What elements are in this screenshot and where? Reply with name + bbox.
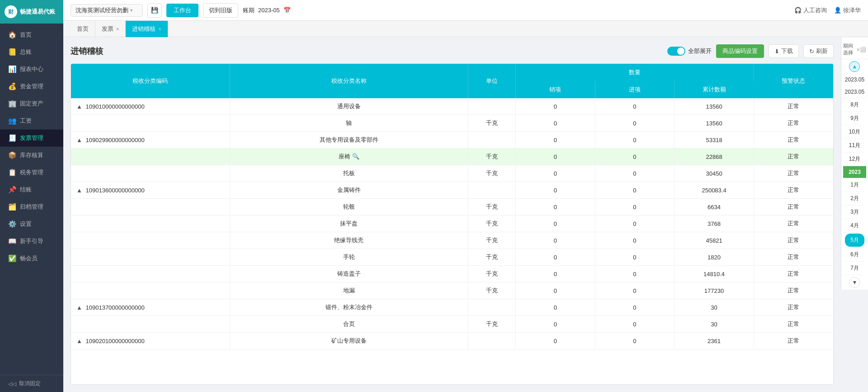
row-unit (468, 182, 515, 199)
cancel-pin-btn[interactable]: ◁◁ 取消固定 (0, 375, 63, 392)
period-month-item[interactable]: 1月 (843, 178, 866, 192)
save-icon: 💾 (151, 7, 158, 14)
row-total: 13560 (675, 98, 754, 115)
row-sales: 0 (516, 182, 595, 199)
period-month-item[interactable]: 9月 (843, 112, 866, 125)
product-code-button[interactable]: 商品编码设置 (716, 44, 764, 58)
row-code (71, 266, 230, 282)
period-year-header[interactable]: 2023.05 (843, 86, 866, 98)
workbench-button[interactable]: 工作台 (166, 4, 198, 17)
refresh-button[interactable]: ↻ 刷新 (803, 44, 834, 58)
row-unit: 千克 (468, 148, 515, 165)
row-purchase: 0 (595, 266, 675, 282)
collapse-icon[interactable]: ▲ (76, 187, 82, 194)
company-selector[interactable]: 沈海英测试经营勿删 ▾ (71, 4, 143, 17)
row-warning: 正常 (754, 333, 833, 349)
tab-home[interactable]: 首页 (71, 21, 95, 37)
row-code (71, 115, 230, 132)
period-month-item[interactable]: 12月 (843, 153, 866, 166)
row-sales: 0 (516, 115, 595, 132)
tab-reconcile[interactable]: 进销稽核× (126, 21, 168, 37)
row-code (71, 282, 230, 299)
tab-invoice[interactable]: 发票× (95, 21, 126, 37)
sidebar-item-invoice[interactable]: 🧾发票管理 (0, 129, 63, 147)
collapse-icon[interactable]: ▲ (76, 137, 82, 143)
user-menu[interactable]: 👤 徐泽华 (834, 6, 861, 14)
th-quantity-group: 数量 (516, 64, 754, 81)
collapse-icon[interactable]: ▲ (76, 338, 82, 344)
row-total: 30 (675, 316, 754, 333)
member-nav-icon: ✅ (8, 254, 16, 263)
sidebar-item-guide[interactable]: 📖新手引导 (0, 233, 63, 250)
tab-close-invoice[interactable]: × (116, 26, 119, 32)
period-down-btn[interactable]: ▼ (849, 277, 860, 288)
table-row: 抹平盘 千克 0 0 3768 正常 (71, 215, 833, 232)
sidebar-item-payroll[interactable]: 👥工资 (0, 112, 63, 129)
row-warning: 正常 (754, 232, 833, 249)
collapse-icon[interactable]: ▲ (76, 103, 82, 110)
row-sales: 0 (516, 98, 595, 115)
table-row: 地漏 千克 0 0 177230 正常 (71, 282, 833, 299)
sidebar-item-home[interactable]: 🏠首页 (0, 26, 63, 43)
sidebar-item-closing[interactable]: 📌结账 (0, 181, 63, 198)
toggle-expand-text: 全部展开 (688, 47, 712, 55)
th-purchase: 进项 (595, 81, 675, 98)
row-name: 地漏 (230, 282, 468, 299)
toggle-expand-switch[interactable] (667, 47, 685, 56)
period-year-header[interactable]: 2023.05 (843, 74, 866, 86)
period-month-item[interactable]: 5月 (845, 234, 864, 247)
period-month-item[interactable]: 3月 (843, 206, 866, 219)
period-month-item[interactable]: 7月 (843, 262, 866, 275)
company-chevron-icon: ▾ (130, 8, 132, 13)
sidebar-item-settings[interactable]: ⚙️设置 (0, 215, 63, 233)
row-sales: 0 (516, 215, 595, 232)
period-month-item[interactable]: 8月 (843, 98, 866, 112)
sidebar-item-tax[interactable]: 📋税务管理 (0, 164, 63, 181)
sidebar-item-ledger[interactable]: 📒总账 (0, 43, 63, 61)
panel-expand-icon[interactable]: ⬜ (860, 47, 866, 53)
sidebar-item-reports[interactable]: 📊报表中心 (0, 61, 63, 78)
settings-nav-icon: ⚙️ (8, 220, 16, 228)
period-month-item[interactable]: 4月 (843, 219, 866, 233)
period-month-item[interactable]: 6月 (843, 248, 866, 262)
sidebar-item-finance[interactable]: 💰资金管理 (0, 78, 63, 95)
assets-nav-icon: 🏢 (8, 100, 16, 108)
row-name: 金属铸件 (230, 182, 468, 199)
row-sales: 0 (516, 299, 595, 316)
closing-nav-icon: 📌 (8, 186, 16, 194)
row-name: 座椅 🔍 (230, 148, 468, 165)
table-row: 托板 千克 0 0 30450 正常 (71, 165, 833, 182)
row-unit: 千克 (468, 232, 515, 249)
sidebar-item-member[interactable]: ✅畅会员 (0, 250, 63, 267)
sidebar-item-archive[interactable]: 🗂️归档管理 (0, 198, 63, 215)
panel-close-icon[interactable]: × (856, 46, 860, 53)
right-panel: 期间选择 × ⬜ ▲2023.052023.058月9月10月11月12月202… (841, 37, 868, 290)
row-unit (468, 98, 515, 115)
table-row: 轮毂 千克 0 0 6634 正常 (71, 199, 833, 215)
search-icon[interactable]: 🔍 (352, 153, 359, 160)
period-month-item[interactable]: 10月 (843, 125, 866, 139)
th-tax-code: 税收分类编码 (71, 64, 230, 98)
row-total: 53318 (675, 132, 754, 148)
sidebar-item-inventory[interactable]: 📦库存核算 (0, 147, 63, 164)
download-button[interactable]: ⬇ 下载 (769, 44, 799, 58)
row-warning: 正常 (754, 165, 833, 182)
period-up-btn[interactable]: ▲ (849, 61, 860, 72)
period-month-item[interactable]: 11月 (843, 139, 866, 153)
tab-close-reconcile[interactable]: × (158, 26, 161, 32)
sidebar-label-archive: 归档管理 (20, 203, 43, 211)
tab-label-reconcile: 进销稽核 (132, 25, 156, 33)
switch-version-button[interactable]: 切到旧版 (203, 3, 238, 18)
calendar-icon[interactable]: 📅 (283, 7, 291, 14)
table-row: 绝缘导线壳 千克 0 0 45821 正常 (71, 232, 833, 249)
collapse-icon[interactable]: ▲ (76, 304, 82, 311)
save-button[interactable]: 💾 (147, 3, 162, 18)
period-month-item[interactable]: 2月 (843, 192, 866, 206)
row-total: 250083.4 (675, 182, 754, 199)
row-name: 其他专用设备及零部件 (230, 132, 468, 148)
sidebar-label-finance: 资金管理 (20, 82, 43, 91)
row-purchase: 0 (595, 249, 675, 266)
service-button[interactable]: 🎧 人工咨询 (794, 6, 827, 14)
row-unit: 千克 (468, 199, 515, 215)
sidebar-item-assets[interactable]: 🏢固定资产 (0, 95, 63, 112)
